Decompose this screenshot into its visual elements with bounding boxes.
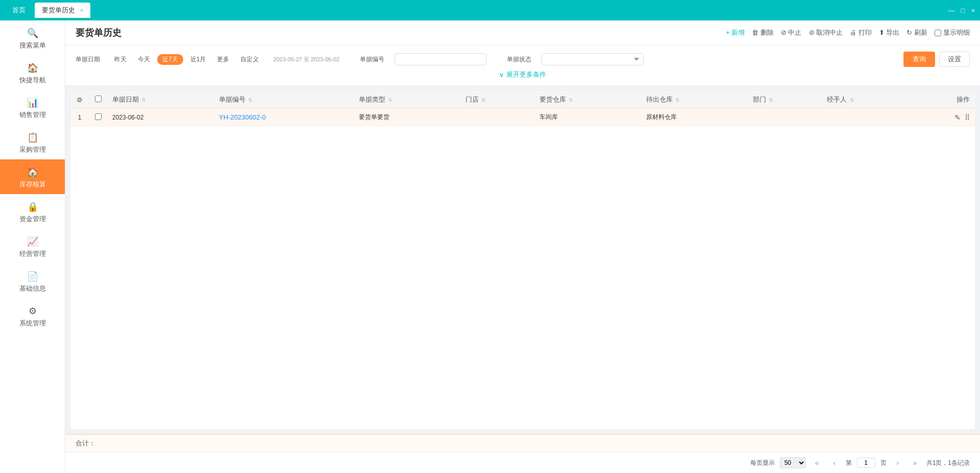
close-tab-icon[interactable]: × [80, 7, 83, 13]
bill-no-link[interactable]: YH-20230602-0 [219, 113, 266, 121]
sort-bill-type-icon: ⇅ [388, 97, 392, 103]
sales-icon: 📊 [27, 97, 38, 108]
date-filter-label: 单据日期 [76, 55, 100, 64]
table-container: ⚙ 单据日期 ⇅ 单据编号 ⇅ [70, 91, 975, 429]
col-store: 门店 ⇅ [460, 91, 534, 109]
date-btn-more[interactable]: 更多 [213, 54, 233, 65]
stop-button[interactable]: ⊘ 中止 [781, 28, 802, 37]
select-all-checkbox[interactable] [95, 96, 102, 102]
refresh-button[interactable]: ↻ 刷新 [906, 28, 927, 37]
more-icon[interactable]: ⠿ [965, 113, 970, 122]
table-row: 1 2023-06-02 YH-20230602-0 要货单要货 车间库 原材料… [70, 109, 975, 126]
export-button[interactable]: ⬆ 导出 [879, 28, 900, 37]
date-range-display: 2023-05-27 至 2023-06-02 [273, 56, 339, 63]
display-detail-checkbox[interactable] [935, 30, 941, 36]
sort-dept-icon: ⇅ [769, 97, 773, 103]
search-icon: 🔍 [27, 28, 38, 39]
display-detail-checkbox-label: 显示明细 [935, 28, 970, 37]
expand-more-btn[interactable]: ∨ 展开更多条件 [76, 70, 970, 79]
sidebar-item-label: 采购管理 [19, 145, 46, 154]
sidebar-item-finance[interactable]: 🔒 资金管理 [0, 194, 65, 229]
per-page-select[interactable]: 50 100 [780, 457, 806, 468]
row-pending-warehouse: 原材料仓库 [641, 109, 748, 126]
bill-no-label: 单据编号 [360, 55, 384, 64]
close-btn[interactable]: × [971, 7, 975, 14]
maximize-btn[interactable]: □ [961, 7, 965, 14]
prev-page-btn[interactable]: ‹ [828, 457, 841, 469]
sort-req-warehouse-icon: ⇅ [569, 97, 573, 103]
row-store [460, 109, 534, 126]
new-button[interactable]: + 新增 [726, 28, 745, 37]
sidebar-item-quicknav[interactable]: 🏠 快捷导航 [0, 55, 65, 90]
sidebar: 🔍 搜索菜单 🏠 快捷导航 📊 销售管理 📋 采购管理 🏠 库存核算 🔒 资金管… [0, 20, 65, 473]
next-page-btn[interactable]: › [892, 457, 904, 469]
row-actions: ✎ ⠿ [912, 109, 975, 126]
sidebar-item-search[interactable]: 🔍 搜索菜单 [0, 20, 65, 55]
sidebar-item-label: 基础信息 [19, 284, 46, 293]
first-page-btn[interactable]: « [811, 457, 823, 469]
row-handler [822, 109, 912, 126]
page-label: 页 [880, 459, 887, 467]
page-header: 要货单历史 + 新增 🗑 删除 ⊘ 中止 ⊘ 取消中止 🖨 打印 ⬆ 导出 ↻ … [65, 20, 980, 45]
content-area: 要货单历史 + 新增 🗑 删除 ⊘ 中止 ⊘ 取消中止 🖨 打印 ⬆ 导出 ↻ … [65, 20, 980, 473]
bill-table: ⚙ 单据日期 ⇅ 单据编号 ⇅ [70, 91, 975, 126]
brand-label: OfTEn [952, 461, 970, 468]
management-icon: 📈 [27, 236, 38, 247]
sidebar-item-system[interactable]: ⚙ 系统管理 [0, 298, 65, 333]
sidebar-item-purchase[interactable]: 📋 采购管理 [0, 125, 65, 159]
finance-icon: 🔒 [27, 201, 38, 212]
print-button[interactable]: 🖨 打印 [850, 28, 872, 37]
footer-summary: 合计： [65, 434, 980, 452]
query-button[interactable]: 查询 [903, 52, 935, 67]
cancel-stop-button[interactable]: ⊘ 取消中止 [809, 28, 843, 37]
date-btn-7days[interactable]: 近7天 [157, 54, 183, 65]
tab-bill-history[interactable]: 要货单历史 × [35, 3, 90, 18]
display-detail-label: 显示明细 [943, 28, 970, 37]
sidebar-item-basic-info[interactable]: 📄 基础信息 [0, 264, 65, 298]
col-action: 操作 [912, 91, 975, 109]
sidebar-item-label: 库存核算 [19, 180, 46, 189]
expand-label: 展开更多条件 [506, 70, 546, 79]
col-req-warehouse: 要货仓库 ⇅ [534, 91, 641, 109]
sort-pending-warehouse-icon: ⇅ [675, 97, 679, 103]
bill-no-input[interactable] [395, 53, 486, 65]
pagination: 每页显示 50 100 « ‹ 第 页 › » 共1页，1条记录 [65, 452, 980, 473]
status-select[interactable] [542, 53, 644, 65]
sidebar-item-sales[interactable]: 📊 销售管理 [0, 90, 65, 125]
date-btn-custom[interactable]: 自定义 [236, 54, 263, 65]
last-page-btn[interactable]: » [909, 457, 921, 469]
chevron-down-icon: ∨ [499, 71, 504, 79]
date-filter-buttons: 昨天 今天 近7天 近1月 更多 自定义 [110, 54, 263, 65]
row-date: 2023-06-02 [107, 109, 214, 126]
tab-home[interactable]: 首页 [5, 3, 33, 18]
sidebar-item-label: 销售管理 [19, 110, 46, 120]
settings-gear-icon[interactable]: ⚙ [77, 96, 83, 104]
row-checkbox[interactable] [95, 113, 102, 120]
row-dept [748, 109, 822, 126]
row-bill-type: 要货单要货 [354, 109, 460, 126]
sidebar-item-label: 经营管理 [19, 249, 46, 258]
page-input[interactable] [857, 458, 875, 468]
row-req-warehouse: 车间库 [534, 109, 641, 126]
col-checkbox [89, 91, 107, 109]
sort-date-icon: ⇅ [141, 97, 145, 103]
date-btn-1month[interactable]: 近1月 [186, 54, 210, 65]
col-handler: 经手人 ⇅ [822, 91, 912, 109]
minimize-btn[interactable]: — [948, 7, 955, 14]
basic-info-icon: 📄 [27, 271, 38, 282]
sidebar-item-inventory[interactable]: 🏠 库存核算 [0, 159, 65, 194]
status-label: 单据状态 [507, 55, 531, 64]
settings-button[interactable]: 设置 [939, 52, 970, 67]
home-icon: 🏠 [27, 62, 38, 74]
date-btn-today[interactable]: 今天 [134, 54, 154, 65]
window-controls: — □ × [948, 7, 975, 14]
sidebar-item-management[interactable]: 📈 经营管理 [0, 229, 65, 264]
tab-bill-history-label: 要货单历史 [42, 6, 75, 14]
edit-icon[interactable]: ✎ [954, 113, 961, 122]
date-btn-yesterday[interactable]: 昨天 [110, 54, 131, 65]
col-settings: ⚙ [70, 91, 89, 109]
page-label-pre: 第 [846, 459, 852, 467]
summary-label: 合计： [76, 439, 95, 447]
top-bar: 首页 要货单历史 × — □ × [0, 0, 980, 20]
delete-button[interactable]: 🗑 删除 [752, 28, 774, 37]
